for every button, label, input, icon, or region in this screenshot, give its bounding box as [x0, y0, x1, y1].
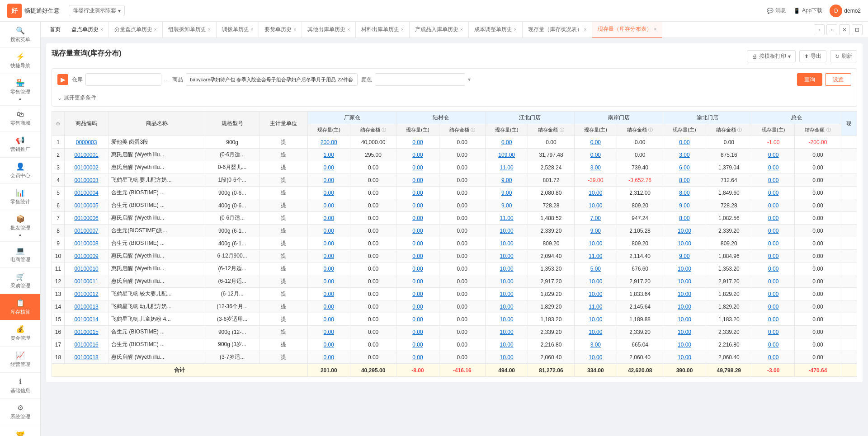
td-na-qty: 11.00: [574, 250, 617, 263]
refresh-label: 刷新: [841, 52, 852, 60]
sidebar-item-retail-shop[interactable]: 🛍 零售商城: [0, 106, 40, 131]
sidebar-item-search[interactable]: 🔍 搜索英单: [0, 22, 40, 48]
table-body: 1 0000003 爱他美 卤蛋3段 900g 提 200.00 40,000.…: [52, 136, 857, 377]
nav-expand-btn[interactable]: ⊡: [852, 24, 863, 35]
tab-close-btn[interactable]: ×: [154, 27, 157, 32]
footer-f-amt: 40,295.00: [350, 364, 396, 377]
tab-close-btn[interactable]: ×: [401, 27, 404, 32]
td-f-amt: 0.00: [350, 174, 396, 187]
tab-close-btn[interactable]: ×: [293, 27, 296, 32]
tab-close-btn[interactable]: ×: [347, 27, 350, 32]
filter-expand-btn[interactable]: ▶: [57, 74, 68, 85]
sidebar-item-enterprise[interactable]: 🤝 企业协同: [0, 425, 40, 436]
sidebar-item-purchase[interactable]: 🛒 采购管理: [0, 268, 40, 294]
goods-input[interactable]: [186, 73, 358, 86]
chevron-down-icon: ▾: [118, 8, 121, 14]
sidebar-item-retail-stat[interactable]: 📊 零售统计: [0, 184, 40, 210]
nav-tab-tab2[interactable]: 分量盘点单历史×: [109, 22, 163, 38]
nav-prev-btn[interactable]: ‹: [814, 24, 825, 35]
sidebar-item-inventory[interactable]: 📋 库存核算: [0, 294, 40, 320]
td-total-qty: 0.00: [752, 288, 795, 300]
sidebar-item-quick[interactable]: ⚡ 快捷导航: [0, 48, 40, 74]
td-total-amt: 0.00: [795, 338, 841, 351]
export-btn[interactable]: ⬆ 导出: [799, 50, 826, 62]
td-spec: 900g (12-...: [205, 326, 259, 338]
nav-tab-tab4[interactable]: 调拨单历史×: [217, 22, 259, 38]
nav-tab-tab5[interactable]: 要货单历史×: [259, 22, 302, 38]
sidebar-label: 零售统计: [10, 198, 30, 205]
warehouse-input[interactable]: [85, 73, 161, 86]
td-f-qty: 0.00: [307, 212, 350, 225]
nav-tab-tab8[interactable]: 产成品入库单历史×: [410, 22, 469, 38]
setting-btn[interactable]: 设置: [825, 73, 851, 86]
sidebar-item-retail[interactable]: 🏪 零售管理 ▲: [0, 74, 40, 106]
nav-close-btn[interactable]: ✕: [839, 24, 850, 35]
tab-close-btn[interactable]: ×: [460, 27, 463, 32]
nav-tab-tab11[interactable]: 现存量（库存分布表）×: [592, 22, 662, 38]
footer-extra: [841, 364, 857, 377]
sidebar-label: 零售管理: [10, 89, 30, 95]
top-bar-right: 💬 消息 📱 App下载 D demo2: [767, 5, 861, 17]
td-total-qty: 0.00: [752, 174, 795, 187]
td-total-qty: 0.00: [752, 199, 795, 212]
td-jb-qty: 9.00: [486, 199, 528, 212]
td-l-qty: 0.00: [396, 199, 439, 212]
nav-tab-tab3[interactable]: 组装拆卸单历史×: [163, 22, 217, 38]
td-na-amt: 2,105.28: [617, 225, 663, 237]
nav-next-btn[interactable]: ›: [826, 24, 837, 35]
sidebar-item-finance[interactable]: 💰 资金管理: [0, 320, 40, 347]
user-area[interactable]: D demo2: [830, 5, 861, 17]
refresh-btn[interactable]: ↻ 刷新: [830, 50, 857, 62]
td-jb-amt: 2,060.40: [528, 351, 575, 364]
table-row: 15 00100014 飞鹤星飞帆 儿童奶粉 4... (3-6岁适用... 提…: [52, 313, 857, 326]
nav-tab-tab10[interactable]: 现存量（库存状况表）×: [523, 22, 593, 38]
sidebar-item-system[interactable]: ⚙ 系统管理: [0, 399, 40, 425]
wholesale-icon: 📦: [16, 215, 25, 223]
app-download-btn[interactable]: 📱 App下载: [793, 7, 822, 14]
nav-tab-tab1[interactable]: 盘点单历史×: [66, 22, 109, 38]
tab-close-btn[interactable]: ×: [251, 27, 254, 32]
sidebar-item-member[interactable]: 👤 会员中心: [0, 158, 40, 184]
nav-tab-tab9[interactable]: 成本调整单历史×: [469, 22, 523, 38]
td-total-qty: 0.00: [752, 351, 795, 364]
td-f-qty: 0.00: [307, 225, 350, 237]
sidebar-item-marketing[interactable]: 📢 营销推广: [0, 131, 40, 158]
query-btn[interactable]: 查询: [797, 73, 822, 86]
sidebar-label: 系统管理: [10, 413, 30, 420]
td-yb-amt: 0.00: [706, 136, 752, 149]
sidebar-item-wholesale[interactable]: 📦 批发管理 ▲: [0, 210, 40, 242]
settings-icon[interactable]: ⚙: [56, 121, 61, 127]
tab-close-btn[interactable]: ×: [208, 27, 211, 32]
top-bar-left: 好 畅捷通好生意 母婴行业演示陈套 ▾: [7, 4, 125, 18]
expand-more-btn[interactable]: ⌄ 展开更多条件: [57, 94, 96, 102]
td-total-amt: 0.00: [795, 187, 841, 199]
print-btn[interactable]: 🖨 按模板打印 ▾: [747, 50, 796, 62]
td-name: 惠氏启醒 (Wyeth illu...: [108, 161, 205, 174]
tab-close-btn[interactable]: ×: [514, 27, 517, 32]
td-jb-amt: 1,183.20: [528, 313, 575, 326]
nav-tab-tab6[interactable]: 其他出库单历史×: [302, 22, 356, 38]
message-btn[interactable]: 💬 消息: [767, 7, 786, 14]
tab-close-btn[interactable]: ×: [100, 27, 103, 32]
sidebar-item-ecommerce[interactable]: 💻 电商管理: [0, 242, 40, 268]
td-spec: (3-7岁适...: [205, 351, 259, 364]
td-extra: [841, 250, 857, 263]
home-tab[interactable]: 首页: [44, 22, 66, 38]
td-l-amt: 0.00: [439, 174, 486, 187]
store-selector[interactable]: 母婴行业演示陈套 ▾: [69, 5, 125, 16]
tab-close-btn[interactable]: ×: [654, 27, 656, 32]
td-na-amt: -3,652.76: [617, 174, 663, 187]
nav-tab-tab7[interactable]: 材料出库单历史×: [356, 22, 410, 38]
sidebar-item-operations[interactable]: 📈 经营管理: [0, 347, 40, 373]
td-na-qty: 10.00: [574, 237, 617, 250]
tab-close-btn[interactable]: ×: [584, 27, 587, 32]
tab-label: 产成品入库单历史: [415, 26, 458, 33]
td-na-qty: 0.00: [574, 149, 617, 161]
td-yb-qty: 10.00: [663, 263, 706, 275]
td-na-qty: 9.00: [574, 225, 617, 237]
color-input[interactable]: [375, 73, 465, 86]
td-f-amt: 0.00: [350, 288, 396, 300]
td-yb-qty: 10.00: [663, 338, 706, 351]
sidebar-item-basic[interactable]: ℹ 基础信息: [0, 373, 40, 399]
td-na-amt: 809.20: [617, 237, 663, 250]
